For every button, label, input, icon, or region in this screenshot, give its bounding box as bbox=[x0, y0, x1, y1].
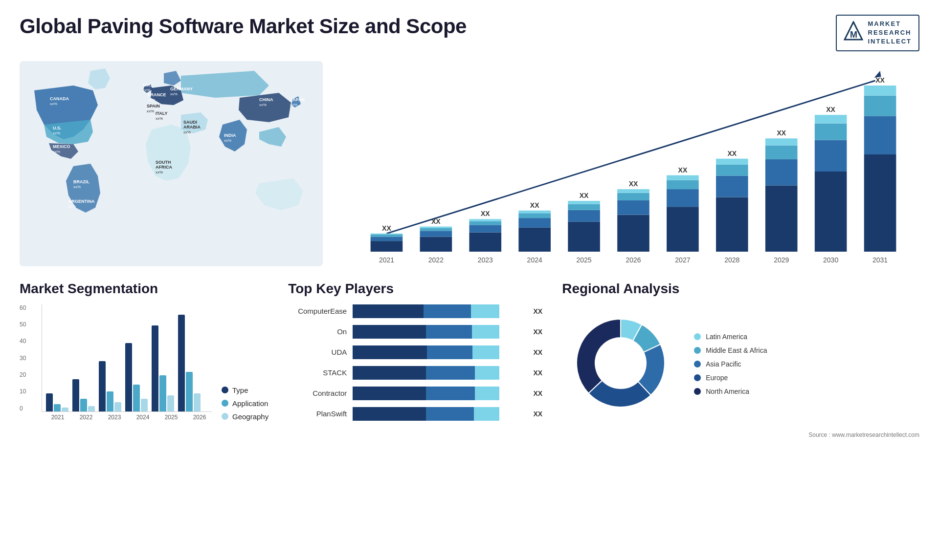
source-text: Source : www.marketresearchintellect.com bbox=[562, 431, 919, 438]
svg-text:2030: 2030 bbox=[823, 256, 838, 264]
seg-bar bbox=[72, 379, 79, 411]
player-bar bbox=[353, 387, 523, 400]
player-bar-inner bbox=[353, 387, 523, 400]
svg-text:2027: 2027 bbox=[675, 256, 690, 264]
player-bar-segment bbox=[426, 387, 475, 400]
regional-legend-dot bbox=[694, 333, 701, 340]
svg-rect-42 bbox=[420, 237, 452, 252]
svg-rect-60 bbox=[568, 221, 600, 251]
player-name: STACK bbox=[288, 368, 347, 377]
svg-rect-74 bbox=[667, 180, 699, 189]
growth-chart: XX2021XX2022XX2023XX2024XX2025XX2026XX20… bbox=[337, 61, 939, 266]
key-players-title: Top Key Players bbox=[288, 281, 542, 297]
player-name: UDA bbox=[288, 348, 347, 356]
svg-rect-61 bbox=[568, 210, 600, 221]
seg-bar bbox=[88, 406, 95, 411]
player-bar-segment bbox=[474, 407, 500, 421]
svg-rect-67 bbox=[617, 200, 649, 215]
svg-rect-81 bbox=[716, 158, 748, 164]
svg-text:FRANCE: FRANCE bbox=[148, 92, 166, 97]
regional-legend-item: Europe bbox=[694, 374, 767, 382]
seg-bar bbox=[152, 325, 158, 411]
svg-rect-44 bbox=[420, 228, 452, 230]
svg-text:XX: XX bbox=[481, 210, 490, 217]
seg-bars-container bbox=[42, 304, 212, 412]
regional-legend-label: Asia Pacific bbox=[706, 360, 741, 368]
player-bar-inner bbox=[353, 345, 523, 359]
svg-rect-48 bbox=[469, 232, 501, 251]
seg-x-labels: 202120222023202420252026 bbox=[42, 414, 212, 421]
seg-bars-wrap: 6050403020100 202120222023202420252026 bbox=[20, 304, 212, 421]
svg-rect-97 bbox=[864, 116, 896, 154]
svg-text:2024: 2024 bbox=[527, 256, 542, 264]
svg-text:XX: XX bbox=[629, 180, 638, 188]
seg-x-label: 2022 bbox=[74, 414, 98, 421]
svg-rect-99 bbox=[864, 86, 896, 96]
svg-text:xx%: xx% bbox=[224, 138, 231, 143]
legend-label: Application bbox=[232, 399, 268, 408]
seg-bar bbox=[133, 385, 140, 411]
regional-legend-label: Middle East & Africa bbox=[706, 346, 767, 354]
seg-bar bbox=[125, 343, 132, 411]
player-row: ComputerEaseXX bbox=[288, 304, 542, 318]
key-players-section: Top Key Players ComputerEaseXXOnXXUDAXXS… bbox=[288, 281, 542, 438]
player-label: XX bbox=[534, 410, 543, 418]
legend-item: Geography bbox=[222, 412, 268, 421]
players-list: ComputerEaseXXOnXXUDAXXSTACKXXContractor… bbox=[288, 304, 542, 421]
svg-rect-39 bbox=[371, 233, 403, 234]
regional-legend-item: North America bbox=[694, 388, 767, 395]
player-bar bbox=[353, 304, 523, 318]
page-header: Global Paving Software Market Size and S… bbox=[20, 15, 919, 51]
player-bar-segment bbox=[353, 325, 426, 339]
svg-text:xx%: xx% bbox=[53, 150, 60, 154]
player-bar bbox=[353, 345, 523, 359]
player-bar-segment bbox=[353, 407, 426, 421]
svg-text:2029: 2029 bbox=[774, 256, 789, 264]
player-bar-segment bbox=[353, 366, 426, 380]
regional-legend-label: Latin America bbox=[706, 333, 747, 341]
seg-bar bbox=[99, 361, 106, 411]
seg-bar bbox=[46, 393, 53, 411]
regional-legend-dot bbox=[694, 347, 701, 354]
svg-marker-102 bbox=[874, 71, 881, 78]
player-bar bbox=[353, 366, 523, 380]
svg-rect-38 bbox=[371, 235, 403, 237]
player-row: PlanSwiftXX bbox=[288, 407, 542, 421]
world-map: CANADA xx% U.S. xx% MEXICO xx% BRAZIL xx… bbox=[20, 61, 323, 266]
svg-text:XX: XX bbox=[727, 149, 737, 157]
seg-bar-group bbox=[125, 343, 148, 411]
player-bar-segment bbox=[426, 325, 472, 339]
svg-rect-55 bbox=[518, 218, 551, 228]
svg-text:ARGENTINA: ARGENTINA bbox=[68, 199, 95, 204]
regional-legend-item: Middle East & Africa bbox=[694, 346, 767, 354]
seg-chart-area: 6050403020100 202120222023202420252026 T… bbox=[20, 304, 268, 421]
svg-rect-57 bbox=[518, 210, 551, 213]
player-bar bbox=[353, 407, 523, 421]
svg-text:XX: XX bbox=[530, 201, 539, 209]
svg-rect-91 bbox=[815, 140, 847, 172]
svg-rect-86 bbox=[765, 145, 798, 159]
player-label: XX bbox=[534, 307, 543, 315]
svg-rect-96 bbox=[864, 154, 896, 252]
seg-x-label: 2026 bbox=[187, 414, 212, 421]
legend-dot bbox=[222, 387, 228, 393]
seg-bar bbox=[107, 391, 113, 411]
seg-bar bbox=[167, 395, 174, 411]
seg-bar bbox=[159, 375, 166, 411]
svg-text:XX: XX bbox=[382, 224, 391, 232]
svg-text:2028: 2028 bbox=[724, 256, 739, 264]
svg-text:xx%: xx% bbox=[50, 102, 57, 106]
regional-legend-label: Europe bbox=[706, 374, 728, 382]
regional-legend-dot bbox=[694, 388, 701, 395]
legend-item: Type bbox=[222, 386, 268, 394]
svg-rect-92 bbox=[815, 123, 847, 140]
svg-rect-75 bbox=[667, 175, 699, 180]
svg-text:xx%: xx% bbox=[290, 103, 297, 107]
player-name: ComputerEase bbox=[288, 307, 347, 315]
svg-text:XX: XX bbox=[580, 192, 589, 199]
seg-bar bbox=[80, 399, 87, 411]
svg-text:JAPAN: JAPAN bbox=[290, 97, 305, 102]
player-row: OnXX bbox=[288, 325, 542, 339]
map-svg: CANADA xx% U.S. xx% MEXICO xx% BRAZIL xx… bbox=[20, 61, 323, 266]
svg-text:MEXICO: MEXICO bbox=[53, 144, 70, 149]
